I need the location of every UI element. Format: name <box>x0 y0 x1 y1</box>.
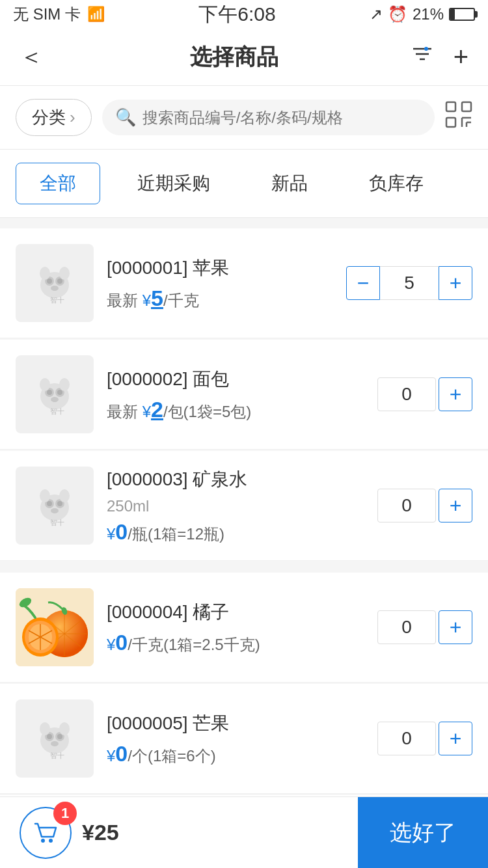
cart-total: ¥25 <box>82 820 119 845</box>
svg-point-27 <box>59 378 70 391</box>
product-name: [0000004] 橘子 <box>107 600 364 625</box>
quantity-input[interactable] <box>377 489 436 522</box>
svg-text:智十: 智十 <box>50 519 64 526</box>
category-button[interactable]: 分类 › <box>16 99 92 136</box>
svg-rect-4 <box>446 102 455 111</box>
quantity-decrease-button[interactable]: − <box>346 266 380 300</box>
product-name: [0000005] 芒果 <box>107 711 364 736</box>
quantity-increase-button[interactable]: + <box>439 610 472 644</box>
location-icon: ↗ <box>370 5 383 23</box>
orange-image <box>16 588 94 666</box>
quantity-control: − + <box>346 266 472 300</box>
search-input-wrap: 🔍 <box>102 100 435 135</box>
product-price: ¥0/千克(1箱=2.5千克) <box>107 630 364 655</box>
svg-point-3 <box>424 47 428 51</box>
svg-point-50 <box>57 734 62 739</box>
list-item: [0000004] 橘子 ¥0/千克(1箱=2.5千克) + <box>0 573 488 683</box>
svg-point-69 <box>41 839 45 843</box>
cart-icon-wrap[interactable]: 1 <box>20 807 72 859</box>
product-thumbnail <box>16 588 94 666</box>
list-item: 智十 [0000001] 苹果 最新 ¥5/千克 − + <box>0 228 488 338</box>
battery-percent: 21% <box>413 5 444 23</box>
svg-point-15 <box>57 278 62 284</box>
filter-tabs: 全部 近期采购 新品 负库存 <box>0 150 488 218</box>
back-button[interactable]: ＜ <box>20 41 59 73</box>
search-bar-area: 分类 › 🔍 <box>0 86 488 150</box>
alarm-icon: ⏰ <box>388 5 407 23</box>
product-price: ¥0/瓶(1箱=12瓶) <box>107 519 364 545</box>
search-icon: 🔍 <box>115 107 136 128</box>
quantity-control: + <box>377 377 472 411</box>
product-price: 最新 ¥2/包(1袋=5包) <box>107 397 364 422</box>
svg-point-52 <box>40 722 50 735</box>
filter-icon[interactable] <box>411 42 434 72</box>
product-name: [0000003] 矿泉水 <box>107 467 364 492</box>
product-info: [0000003] 矿泉水 250ml ¥0/瓶(1箱=12瓶) <box>107 467 364 545</box>
quantity-increase-button[interactable]: + <box>439 377 472 411</box>
quantity-input[interactable] <box>377 610 436 644</box>
owl-placeholder-icon: 智十 <box>32 483 77 528</box>
chevron-right-icon: › <box>70 107 75 128</box>
owl-placeholder-icon: 智十 <box>32 260 77 306</box>
svg-point-33 <box>57 501 62 506</box>
confirm-button[interactable]: 选好了 <box>358 797 488 869</box>
product-list: 智十 [0000001] 苹果 最新 ¥5/千克 − + <box>0 228 488 868</box>
svg-text:智十: 智十 <box>50 296 64 304</box>
svg-point-36 <box>59 489 70 502</box>
battery-icon <box>449 8 475 21</box>
product-thumbnail: 智十 <box>16 355 94 433</box>
product-name: [0000002] 面包 <box>107 367 364 392</box>
product-thumbnail: 智十 <box>16 699 94 778</box>
quantity-increase-button[interactable]: + <box>439 489 472 522</box>
nav-actions: + <box>411 42 468 72</box>
wifi-icon: 📶 <box>87 6 105 23</box>
product-thumbnail: 智十 <box>16 244 94 322</box>
svg-point-23 <box>47 390 52 395</box>
tab-negative[interactable]: 负库存 <box>345 163 448 204</box>
quantity-control: + <box>377 610 472 644</box>
product-info: [0000002] 面包 最新 ¥2/包(1袋=5包) <box>107 367 364 422</box>
scan-icon[interactable] <box>445 101 472 134</box>
svg-point-18 <box>59 267 70 280</box>
status-time: 下午6:08 <box>198 1 275 28</box>
svg-point-51 <box>51 741 59 746</box>
product-price: 最新 ¥5/千克 <box>107 286 333 311</box>
add-icon[interactable]: + <box>454 42 468 72</box>
cart-icon <box>31 819 60 847</box>
svg-point-49 <box>47 734 52 739</box>
list-item: 智十 [0000005] 芒果 ¥0/个(1箱=6个) + <box>0 684 488 794</box>
svg-rect-6 <box>446 118 455 127</box>
tab-new[interactable]: 新品 <box>247 163 332 204</box>
tab-all[interactable]: 全部 <box>16 163 100 204</box>
svg-point-25 <box>51 397 59 402</box>
search-input[interactable] <box>142 109 422 127</box>
product-spec: 250ml <box>107 497 364 515</box>
cart-section: 1 ¥25 <box>0 807 358 859</box>
quantity-increase-button[interactable]: + <box>439 722 472 755</box>
status-right: ↗ ⏰ 21% <box>370 5 475 23</box>
quantity-control: + <box>377 489 472 522</box>
svg-point-70 <box>49 839 53 843</box>
quantity-control: + <box>377 722 472 755</box>
svg-point-53 <box>59 722 70 735</box>
svg-point-17 <box>40 267 50 280</box>
quantity-input[interactable] <box>380 266 439 300</box>
tab-recent[interactable]: 近期采购 <box>113 163 234 204</box>
quantity-increase-button[interactable]: + <box>439 266 472 300</box>
svg-point-35 <box>40 489 50 502</box>
product-info: [0000005] 芒果 ¥0/个(1箱=6个) <box>107 711 364 766</box>
owl-placeholder-icon: 智十 <box>32 372 77 417</box>
quantity-input[interactable] <box>377 377 436 411</box>
svg-text:智十: 智十 <box>50 407 64 415</box>
nav-bar: ＜ 选择商品 + <box>0 29 488 86</box>
svg-point-32 <box>47 501 52 506</box>
svg-point-26 <box>40 378 50 391</box>
product-price: ¥0/个(1箱=6个) <box>107 741 364 766</box>
page-title: 选择商品 <box>190 42 278 72</box>
product-name: [0000001] 苹果 <box>107 256 333 280</box>
list-item: 智十 [0000002] 面包 最新 ¥2/包(1袋=5包) + <box>0 340 488 450</box>
list-item: 智十 [0000003] 矿泉水 250ml ¥0/瓶(1箱=12瓶) + <box>0 451 488 561</box>
quantity-input[interactable] <box>377 722 436 755</box>
product-info: [0000001] 苹果 最新 ¥5/千克 <box>107 256 333 311</box>
product-info: [0000004] 橘子 ¥0/千克(1箱=2.5千克) <box>107 600 364 655</box>
